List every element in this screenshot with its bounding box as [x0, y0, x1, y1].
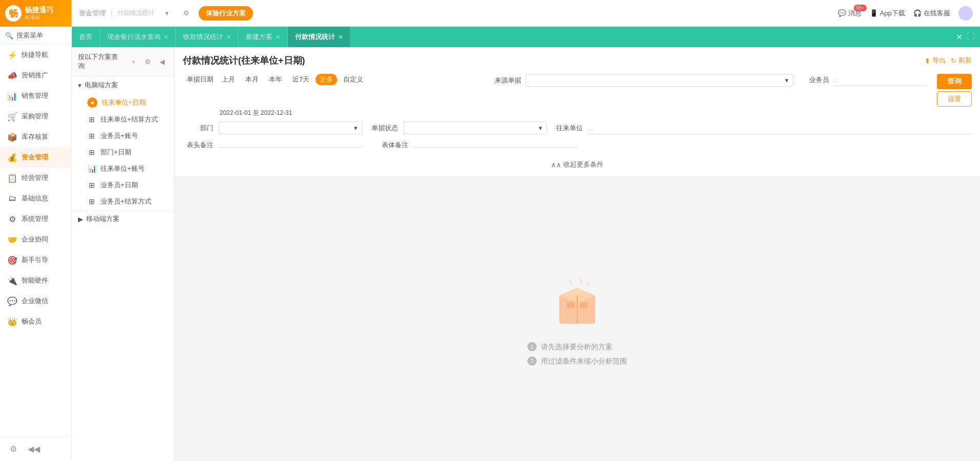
trial-btn[interactable]: 体验行业方案 [199, 6, 253, 21]
notifications-btn[interactable]: 💬 消息 99+ [838, 9, 861, 18]
sidebar-item-member[interactable]: 👑 畅会员 [0, 311, 71, 332]
tab-payment-stats[interactable]: 付款情况统计 ✕ [288, 27, 350, 47]
empty-step-2: 2 用过滤条件来缩小分析范围 [527, 354, 627, 368]
online-service-btn[interactable]: 🎧 在线客服 [913, 9, 950, 18]
tab-close-receipt-stats[interactable]: ✕ [226, 34, 231, 41]
sidebar-item-marketing[interactable]: 📣 营销推广 [0, 65, 71, 86]
scheme-item-dept-date[interactable]: ⊞ 部门+日期 [72, 144, 174, 161]
topbar-dropdown-btn[interactable]: ▾ [160, 6, 174, 21]
sidebar-item-purchase[interactable]: 🛒 采购管理 [0, 106, 71, 127]
sidebar-item-sales[interactable]: 📊 销售管理 [0, 86, 71, 106]
empty-illustration [546, 270, 608, 331]
empty-state: 1 请先选择要分析的方案 2 用过滤条件来缩小分析范围 [174, 177, 980, 461]
dept-dropdown-icon: ▾ [354, 124, 358, 132]
scheme-item-unit-account[interactable]: 📊 往来单位+账号 [72, 161, 174, 177]
headset-icon: 🎧 [913, 9, 922, 17]
sidebar-item-quick-nav[interactable]: ⚡ 快捷导航 [0, 45, 71, 65]
sidebar-item-finance[interactable]: 💰 资金管理 [0, 147, 71, 168]
tab-home[interactable]: 首页 [72, 27, 100, 47]
svg-line-7 [570, 280, 572, 285]
sub-breadcrumb: 付款情况统计 [117, 9, 154, 17]
scheme-icon-4: 📊 [87, 164, 96, 173]
settings-bottom-btn[interactable]: ⚙ [5, 440, 22, 457]
refresh-btn[interactable]: ↻ 刷新 [951, 56, 972, 65]
desktop-scheme-group[interactable]: ▾ 电脑端方案 [72, 76, 174, 94]
collapse-sidebar-btn[interactable]: ◀◀ [26, 440, 42, 457]
sidebar-item-operation[interactable]: 📋 经营管理 [0, 168, 71, 188]
date-tab-this-year[interactable]: 本年 [265, 74, 286, 85]
sidebar-item-inventory[interactable]: 📦 库存核算 [0, 127, 71, 147]
newbie-icon: 🎯 [7, 255, 17, 265]
tabs-bar: 首页 现金银行流水查询 ✕ 收款情况统计 ✕ 新建方案 ✕ 付款情况统计 ✕ ✕… [72, 27, 980, 47]
sidebar-item-newbie[interactable]: 🎯 新手引导 [0, 250, 71, 270]
purchase-icon: 🛒 [7, 111, 17, 122]
refresh-icon: ↻ [951, 57, 956, 65]
scheme-item-staff-date[interactable]: ⊞ 业务员+日期 [72, 177, 174, 193]
empty-texts: 1 请先选择要分析的方案 2 用过滤条件来缩小分析范围 [527, 339, 627, 368]
source-select[interactable]: ▾ [525, 74, 793, 87]
tab-bank-flow[interactable]: 现金银行流水查询 ✕ [100, 27, 176, 47]
setting-btn[interactable]: 设置 [937, 91, 972, 107]
member-icon: 👑 [7, 316, 17, 327]
header-note-input[interactable] [219, 143, 362, 148]
tab-close-new-scheme[interactable]: ✕ [276, 34, 280, 41]
staff-label: 业务员 [798, 75, 829, 85]
mobile-scheme-group[interactable]: ▶ 移动端方案 [72, 210, 174, 228]
tabs-expand-btn[interactable]: ⛶ [967, 32, 975, 42]
topbar-left: 资金管理 | 付款情况统计 ▾ ⚙ 体验行业方案 [79, 6, 253, 21]
tab-close-bank-flow[interactable]: ✕ [164, 34, 168, 41]
scheme-icon-3: ⊞ [87, 148, 96, 157]
scheme-item-staff-account[interactable]: ⊞ 业务员+账号 [72, 128, 174, 144]
basic-icon: 🗂 [7, 193, 17, 204]
sidebar-item-system[interactable]: ⚙ 系统管理 [0, 209, 71, 229]
user-avatar[interactable] [958, 6, 973, 21]
tab-close-payment-stats[interactable]: ✕ [338, 34, 343, 41]
sidebar-item-wechat[interactable]: 💬 企业微信 [0, 291, 71, 311]
body-note-input[interactable] [414, 143, 578, 148]
date-tab-this-month[interactable]: 本月 [241, 74, 263, 85]
system-icon: ⚙ [7, 214, 17, 224]
tab-new-scheme[interactable]: 新建方案 ✕ [239, 27, 288, 47]
main-area: 资金管理 | 付款情况统计 ▾ ⚙ 体验行业方案 💬 消息 99+ 📱 App下… [72, 0, 980, 461]
app-download-btn[interactable]: 📱 App下载 [870, 9, 905, 18]
doc-status-dropdown-icon: ▾ [539, 124, 542, 132]
tab-receipt-stats[interactable]: 收款情况统计 ✕ [176, 27, 239, 47]
dept-select[interactable]: ▾ [219, 122, 362, 134]
date-range-text: 2022-01-01 至 2022-12-31 [220, 109, 292, 116]
topbar-settings-btn[interactable]: ⚙ [179, 6, 193, 21]
doc-status-label: 单据状态 [367, 124, 398, 133]
doc-status-select[interactable]: ▾ [403, 122, 547, 134]
partner-input[interactable]: ... [588, 122, 972, 134]
sidebar-item-basic[interactable]: 🗂 基础信息 [0, 188, 71, 209]
operation-icon: 📋 [7, 173, 17, 183]
finance-icon: 💰 [7, 152, 17, 163]
collapse-filter-btn[interactable]: ∧∧ 收起更多条件 [183, 156, 972, 173]
sidebar-search[interactable]: 🔍 搜索菜单 [0, 27, 71, 45]
query-btn[interactable]: 查询 [937, 74, 972, 89]
tabs-close-all-btn[interactable]: ✕ [956, 32, 963, 42]
scheme-collapse-btn[interactable]: ◀ [156, 56, 168, 67]
active-scheme-icon: ● [87, 97, 97, 108]
date-tab-7days[interactable]: 近7天 [288, 74, 313, 85]
scheme-panel-header: 按以下方案查询 + ⚙ ◀ [72, 47, 174, 76]
staff-input[interactable]: ... [833, 74, 927, 86]
sidebar-item-enterprise[interactable]: 🤝 企业协同 [0, 229, 71, 250]
export-btn[interactable]: ⬆ 导出 [925, 56, 946, 65]
chevron-down-icon: ▾ [78, 82, 82, 89]
breadcrumb: 资金管理 [79, 9, 106, 18]
scheme-settings-btn[interactable]: ⚙ [142, 56, 153, 67]
scheme-item-staff-settle[interactable]: ⊞ 业务员+结算方式 [72, 193, 174, 210]
sidebar-nav: ⚡ 快捷导航 📣 营销推广 📊 销售管理 🛒 采购管理 📦 库存核算 💰 资金管… [0, 45, 71, 436]
date-tab-custom[interactable]: 自定义 [339, 74, 367, 85]
scheme-item-unit-date[interactable]: ● 往来单位+日期 [72, 94, 174, 111]
header-note-label: 表头备注 [183, 141, 213, 150]
sidebar-item-hardware[interactable]: 🔌 智能硬件 [0, 270, 71, 291]
scheme-item-unit-settle[interactable]: ⊞ 往来单位+结算方式 [72, 111, 174, 128]
date-tab-last-month[interactable]: 上月 [218, 74, 239, 85]
empty-step-1: 1 请先选择要分析的方案 [527, 339, 627, 354]
logo-icon: 畅 [5, 5, 22, 22]
right-action-btns: 查询 设置 [937, 74, 972, 107]
quick-nav-icon: ⚡ [7, 50, 17, 60]
date-tab-more[interactable]: 更多 [316, 74, 337, 85]
add-scheme-btn[interactable]: + [128, 56, 139, 67]
